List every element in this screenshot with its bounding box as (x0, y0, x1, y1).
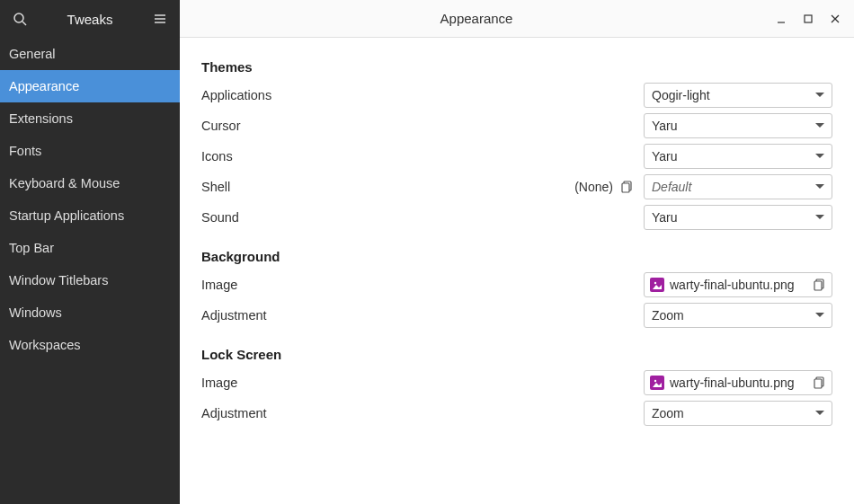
file-chooser-background-image[interactable]: warty-final-ubuntu.png (644, 272, 832, 297)
chevron-down-icon (815, 93, 824, 98)
shell-none-indicator: (None) (574, 178, 636, 196)
file-browse-button[interactable] (814, 376, 826, 389)
sidebar-item-extensions[interactable]: Extensions (0, 102, 180, 135)
minimize-icon (776, 13, 787, 24)
svg-rect-13 (814, 281, 822, 290)
hamburger-menu-button[interactable] (147, 6, 173, 31)
sidebar-item-workspaces[interactable]: Workspaces (0, 329, 180, 361)
label-sound: Sound (201, 210, 644, 225)
dropdown-value: Default (652, 180, 815, 194)
dropdown-background-adjustment[interactable]: Zoom (644, 303, 832, 328)
chevron-down-icon (815, 313, 824, 318)
sidebar-item-label: Appearance (9, 79, 79, 93)
dropdown-value: Yaru (652, 119, 815, 133)
chevron-down-icon (815, 123, 824, 128)
sidebar-item-windows[interactable]: Windows (0, 296, 180, 329)
row-shell: Shell (None) Default (201, 172, 832, 202)
file-name: warty-final-ubuntu.png (670, 376, 808, 390)
close-icon (830, 13, 841, 24)
maximize-button[interactable] (796, 7, 820, 31)
label-cursor: Cursor (201, 119, 644, 133)
label-background-adjustment: Adjustment (201, 308, 644, 323)
sidebar-item-label: General (9, 47, 56, 61)
maximize-icon (803, 13, 814, 24)
sidebar-item-label: Top Bar (9, 241, 54, 255)
label-lockscreen-image: Image (201, 376, 644, 390)
close-button[interactable] (823, 7, 847, 31)
image-file-icon (650, 278, 664, 292)
dropdown-cursor[interactable]: Yaru (644, 113, 832, 138)
section-title-lockscreen: Lock Screen (201, 347, 832, 362)
dropdown-lockscreen-adjustment[interactable]: Zoom (644, 401, 832, 426)
sidebar-item-label: Extensions (9, 111, 73, 126)
svg-rect-10 (622, 183, 629, 192)
label-shell: Shell (201, 180, 574, 194)
sidebar-item-fonts[interactable]: Fonts (0, 135, 180, 167)
label-lockscreen-adjustment: Adjustment (201, 406, 644, 420)
main-panel: Appearance Themes Applications Qogir-lig… (180, 0, 854, 504)
content-area: Themes Applications Qogir-light Cursor Y… (180, 38, 854, 504)
dropdown-value: Qogir-light (652, 88, 815, 102)
row-lockscreen-adjustment: Adjustment Zoom (201, 398, 832, 429)
chevron-down-icon (815, 215, 824, 220)
svg-rect-6 (805, 15, 812, 22)
file-name: warty-final-ubuntu.png (670, 278, 808, 292)
sidebar-item-top-bar[interactable]: Top Bar (0, 232, 180, 264)
svg-rect-16 (814, 379, 822, 388)
label-background-image: Image (201, 278, 644, 292)
sidebar-item-window-titlebars[interactable]: Window Titlebars (0, 264, 180, 296)
hamburger-icon (153, 12, 167, 26)
sidebar-item-keyboard-mouse[interactable]: Keyboard & Mouse (0, 167, 180, 199)
window-title: Appearance (187, 11, 766, 26)
shell-file-button[interactable] (618, 178, 636, 196)
svg-point-0 (14, 13, 23, 22)
chevron-down-icon (815, 154, 824, 159)
sidebar-header: Tweaks (0, 0, 180, 38)
sidebar-title: Tweaks (32, 12, 147, 27)
row-applications: Applications Qogir-light (201, 80, 832, 111)
section-title-themes: Themes (201, 59, 832, 75)
dropdown-shell[interactable]: Default (644, 174, 832, 199)
dropdown-applications[interactable]: Qogir-light (644, 83, 832, 108)
row-background-adjustment: Adjustment Zoom (201, 300, 832, 331)
dropdown-value: Yaru (652, 149, 815, 164)
sidebar-item-appearance[interactable]: Appearance (0, 70, 180, 102)
svg-point-11 (654, 282, 656, 284)
dropdown-sound[interactable]: Yaru (644, 205, 832, 230)
svg-line-1 (22, 22, 26, 25)
sidebar-item-label: Workspaces (9, 338, 81, 352)
sidebar-item-general[interactable]: General (0, 38, 180, 70)
file-browse-button[interactable] (814, 279, 826, 291)
sidebar-item-label: Windows (9, 305, 62, 320)
sidebar-item-label: Keyboard & Mouse (9, 176, 120, 190)
document-icon (621, 181, 634, 193)
sidebar-item-label: Fonts (9, 144, 41, 158)
svg-point-14 (654, 380, 656, 382)
sidebar-item-label: Startup Applications (9, 208, 124, 223)
section-title-background: Background (201, 249, 832, 264)
sidebar: Tweaks General Appearance Extensions Fon… (0, 0, 180, 504)
row-cursor: Cursor Yaru (201, 111, 832, 141)
dropdown-icons[interactable]: Yaru (644, 144, 832, 169)
image-file-icon (650, 376, 664, 390)
row-background-image: Image warty-final-ubuntu.png (201, 270, 832, 300)
chevron-down-icon (815, 411, 824, 416)
sidebar-item-startup-applications[interactable]: Startup Applications (0, 199, 180, 232)
document-icon (814, 279, 826, 291)
shell-none-label: (None) (574, 180, 613, 194)
search-button[interactable] (7, 6, 32, 31)
label-applications: Applications (201, 88, 644, 102)
dropdown-value: Zoom (652, 406, 815, 420)
search-icon (13, 12, 27, 26)
file-chooser-lockscreen-image[interactable]: warty-final-ubuntu.png (644, 370, 832, 395)
label-icons: Icons (201, 149, 644, 164)
chevron-down-icon (815, 184, 824, 190)
dropdown-value: Yaru (652, 210, 815, 225)
row-sound: Sound Yaru (201, 202, 832, 233)
minimize-button[interactable] (769, 7, 793, 31)
row-lockscreen-image: Image warty-final-ubuntu.png (201, 367, 832, 398)
dropdown-value: Zoom (652, 308, 815, 323)
sidebar-item-label: Window Titlebars (9, 273, 108, 287)
document-icon (814, 376, 826, 389)
row-icons: Icons Yaru (201, 141, 832, 172)
